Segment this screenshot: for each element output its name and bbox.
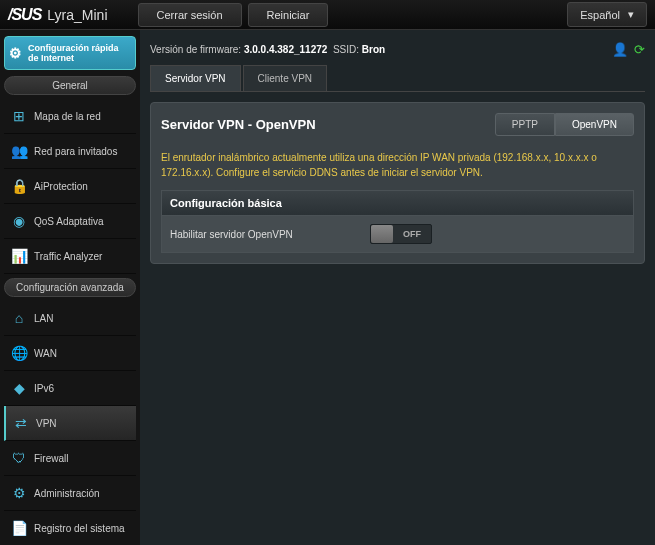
fw-label: Versión de firmware: bbox=[150, 44, 241, 55]
nav-icon: ◆ bbox=[10, 379, 28, 397]
nav-label: Mapa de la red bbox=[34, 111, 101, 122]
nav-icon: ⚙ bbox=[10, 484, 28, 502]
firmware-bar: Versión de firmware: 3.0.0.4.382_11272 S… bbox=[150, 38, 645, 65]
config-section: Configuración básica Habilitar servidor … bbox=[161, 190, 634, 253]
nav-label: WAN bbox=[34, 348, 57, 359]
nav-icon: ⇄ bbox=[12, 414, 30, 432]
openvpn-toggle[interactable]: OFF bbox=[370, 224, 432, 244]
sidebar-item-vpn[interactable]: ⇄VPN bbox=[4, 406, 136, 441]
qis-label: Configuración rápida de Internet bbox=[28, 43, 131, 63]
users-icon[interactable]: 👤 bbox=[612, 42, 628, 57]
toggle-knob bbox=[371, 225, 393, 243]
nav-icon: 👥 bbox=[10, 142, 28, 160]
nav-icon: ◉ bbox=[10, 212, 28, 230]
nav-icon: 📊 bbox=[10, 247, 28, 265]
sidebar-item-qos-adaptativa[interactable]: ◉QoS Adaptativa bbox=[4, 204, 136, 239]
sidebar-item-aiprotection[interactable]: 🔒AiProtection bbox=[4, 169, 136, 204]
fw-version: 3.0.0.4.382_11272 bbox=[244, 44, 327, 55]
sidebar-item-registro-del-sistema[interactable]: 📄Registro del sistema bbox=[4, 511, 136, 545]
nav-label: QoS Adaptativa bbox=[34, 216, 104, 227]
config-header: Configuración básica bbox=[162, 191, 633, 216]
sidebar-item-lan[interactable]: ⌂LAN bbox=[4, 301, 136, 336]
qis-button[interactable]: ⚙ Configuración rápida de Internet bbox=[4, 36, 136, 70]
gear-icon: ⚙ bbox=[9, 45, 22, 61]
nav-label: Red para invitados bbox=[34, 146, 117, 157]
panel-title: Servidor VPN - OpenVPN bbox=[161, 117, 316, 132]
sub-tab-openvpn[interactable]: OpenVPN bbox=[555, 113, 634, 136]
nav-icon: 🛡 bbox=[10, 449, 28, 467]
nav-label: LAN bbox=[34, 313, 53, 324]
sidebar-item-administración[interactable]: ⚙Administración bbox=[4, 476, 136, 511]
nav-label: Traffic Analyzer bbox=[34, 251, 102, 262]
sub-tabs: PPTPOpenVPN bbox=[495, 113, 634, 136]
vpn-panel: Servidor VPN - OpenVPN PPTPOpenVPN El en… bbox=[150, 102, 645, 264]
section-header-advanced: Configuración avanzada bbox=[4, 278, 136, 297]
sidebar-item-red-para-invitados[interactable]: 👥Red para invitados bbox=[4, 134, 136, 169]
nav-icon: 📄 bbox=[10, 519, 28, 537]
config-row: Habilitar servidor OpenVPN OFF bbox=[162, 216, 633, 252]
product-name: Lyra_Mini bbox=[47, 7, 107, 23]
language-label: Español bbox=[580, 9, 620, 21]
chevron-down-icon: ▾ bbox=[628, 8, 634, 21]
section-header-general: General bbox=[4, 76, 136, 95]
content: Versión de firmware: 3.0.0.4.382_11272 S… bbox=[140, 30, 655, 545]
logout-button[interactable]: Cerrar sesión bbox=[138, 3, 242, 27]
sidebar-item-wan[interactable]: 🌐WAN bbox=[4, 336, 136, 371]
nav-label: Administración bbox=[34, 488, 100, 499]
language-selector[interactable]: Español ▾ bbox=[567, 2, 647, 27]
tab-servidor-vpn[interactable]: Servidor VPN bbox=[150, 65, 241, 91]
sidebar-item-ipv6[interactable]: ◆IPv6 bbox=[4, 371, 136, 406]
toggle-state: OFF bbox=[393, 229, 431, 239]
nav-label: IPv6 bbox=[34, 383, 54, 394]
nav-icon: ⌂ bbox=[10, 309, 28, 327]
tabs: Servidor VPNCliente VPN bbox=[150, 65, 645, 92]
warning-text: El enrutador inalámbrico actualmente uti… bbox=[161, 144, 634, 190]
reboot-button[interactable]: Reiniciar bbox=[248, 3, 329, 27]
nav-label: Firewall bbox=[34, 453, 68, 464]
sidebar-item-traffic-analyzer[interactable]: 📊Traffic Analyzer bbox=[4, 239, 136, 274]
ssid-value: Bron bbox=[362, 44, 385, 55]
nav-icon: 🔒 bbox=[10, 177, 28, 195]
sync-icon[interactable]: ⟳ bbox=[634, 42, 645, 57]
config-label: Habilitar servidor OpenVPN bbox=[170, 229, 370, 240]
nav-label: VPN bbox=[36, 418, 57, 429]
nav-icon: ⊞ bbox=[10, 107, 28, 125]
brand-logo: /SUS bbox=[8, 6, 41, 24]
sidebar-item-mapa-de-la-red[interactable]: ⊞Mapa de la red bbox=[4, 99, 136, 134]
nav-label: Registro del sistema bbox=[34, 523, 125, 534]
sub-tab-pptp[interactable]: PPTP bbox=[495, 113, 555, 136]
sidebar: ⚙ Configuración rápida de Internet Gener… bbox=[0, 30, 140, 545]
tab-cliente-vpn[interactable]: Cliente VPN bbox=[243, 65, 327, 91]
header: /SUS Lyra_Mini Cerrar sesión Reiniciar E… bbox=[0, 0, 655, 30]
ssid-label: SSID: bbox=[333, 44, 359, 55]
sidebar-item-firewall[interactable]: 🛡Firewall bbox=[4, 441, 136, 476]
nav-label: AiProtection bbox=[34, 181, 88, 192]
nav-icon: 🌐 bbox=[10, 344, 28, 362]
